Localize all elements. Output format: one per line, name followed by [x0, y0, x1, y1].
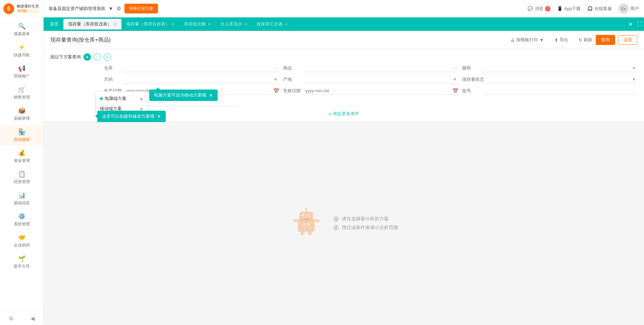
tab-batch-close[interactable]: ✕: [208, 22, 211, 26]
guide-icon: 🌱: [18, 255, 25, 262]
batch-no-input[interactable]: [482, 87, 637, 95]
tab-batch[interactable]: 库存批次账 ✕: [179, 19, 216, 30]
warehouse-ellipsis[interactable]: ···: [272, 65, 279, 71]
app-label: App下载: [564, 6, 581, 12]
sidebar-item-guide[interactable]: 🌱 新手引导: [0, 252, 43, 273]
expand-tabs-icon[interactable]: ⛶: [637, 21, 642, 27]
sidebar-item-purchase[interactable]: 📦 采购管理: [0, 104, 43, 125]
settings-btn[interactable]: 设置: [619, 35, 637, 45]
user-action[interactable]: Ea 用户: [619, 4, 639, 14]
size-input[interactable]: [124, 75, 271, 83]
operation-icon: 📋: [18, 170, 25, 178]
sidebar-item-collab[interactable]: 🤝 企业协同: [0, 230, 43, 252]
hint-num-1: 1: [333, 216, 339, 222]
tab-inventory-dist-close[interactable]: ✕: [172, 22, 175, 26]
expire-date-calendar-icon[interactable]: 📅: [452, 88, 458, 94]
close-all-tabs-icon[interactable]: ✕: [628, 21, 633, 28]
sidebar-item-basic[interactable]: 📊 基础信息: [0, 188, 43, 209]
tab-home[interactable]: 首页: [45, 19, 63, 30]
header-right: 💬 消息 9 📱 App下载 🎧 在线客服 Ea 用户: [528, 4, 639, 14]
sidebar-item-inventory[interactable]: 🏪 库存核算: [0, 125, 43, 146]
sidebar-item-label: 新手引导: [14, 264, 30, 269]
filter-row-2: 尺码 ▼ 产地 ▼ 现存量状态: [104, 75, 637, 84]
logo-text: 畅捷通好生意 标准版: [17, 4, 39, 13]
tab-collect-close[interactable]: ✕: [285, 22, 288, 26]
tab-inout-close[interactable]: ✕: [244, 22, 247, 26]
empty-hint-2: 2 用过滤条件来缩小分析范围: [333, 225, 398, 231]
tab-inventory-dist[interactable]: 现存量（库存分布表） ✕: [121, 19, 179, 30]
refresh-label: 刷新: [584, 37, 592, 43]
refresh-btn[interactable]: ↻ 刷新: [579, 37, 592, 43]
filter-area: 按以下方案查询 + ○ ← 电脑端方案 ▶ 移动端方案 ▶ 电脑方案可设为移动方…: [44, 49, 644, 121]
tab-collect[interactable]: 收发存汇总表 ✕: [252, 19, 292, 30]
filter-label: 按以下方案查询: [50, 54, 81, 60]
sidebar-item-system[interactable]: ⚙️ 系统管理: [0, 209, 43, 230]
stock-status-input[interactable]: [484, 75, 629, 83]
settings-bottom-icon[interactable]: ⚙: [9, 315, 13, 322]
scheme-pc-label: 电脑端方案: [105, 96, 126, 102]
system-selector[interactable]: ▼: [109, 6, 113, 11]
tab-inventory-status-close[interactable]: ✕: [114, 22, 117, 26]
tooltip-pc-close[interactable]: ✕: [209, 93, 213, 98]
message-label: 消息: [535, 6, 543, 12]
support-action[interactable]: 🎧 在线客服: [587, 6, 612, 12]
color-dropdown-arrow[interactable]: ▼: [631, 64, 637, 72]
sidebar-item-search[interactable]: 🔍 搜索菜单: [0, 19, 43, 40]
add-scheme-btn[interactable]: +: [84, 53, 91, 61]
sidebar-item-quick[interactable]: ⚡ 快捷导航: [0, 40, 43, 61]
sidebar-item-label: 销售管理: [14, 95, 30, 100]
collab-icon: 🤝: [18, 234, 25, 241]
expire-date-input[interactable]: [303, 87, 451, 95]
svg-rect-11: [308, 231, 312, 235]
back-scheme-btn[interactable]: ←: [104, 53, 111, 61]
tab-home-label: 首页: [50, 21, 59, 27]
color-label: 颜色: [462, 65, 482, 71]
sidebar-item-finance[interactable]: 💰 资金管理: [0, 146, 43, 167]
support-label: 在线客服: [594, 6, 612, 12]
stock-status-label: 现存量状态: [462, 76, 484, 83]
origin-input[interactable]: [303, 75, 450, 83]
sidebar-item-label: 采购管理: [14, 116, 30, 121]
svg-point-7: [305, 208, 307, 210]
app-icon: 📱: [557, 6, 562, 11]
collapse-arrow-icon: ∧: [328, 111, 332, 116]
goods-input[interactable]: [303, 64, 450, 72]
field-origin: 产地 ▼: [283, 75, 458, 84]
app-download-action[interactable]: 📱 App下载: [557, 6, 581, 12]
origin-dropdown-arrow[interactable]: ▼: [451, 76, 458, 83]
goods-ellipsis[interactable]: ···: [451, 65, 458, 71]
avatar-text: Ea: [621, 7, 626, 11]
stock-status-dropdown-arrow[interactable]: ▼: [631, 76, 637, 83]
color-input[interactable]: [482, 64, 629, 72]
warehouse-input[interactable]: [124, 64, 271, 72]
scheme-pc[interactable]: 电脑端方案 ▶: [96, 94, 147, 104]
collapse-sidebar-icon[interactable]: ◀: [31, 315, 35, 322]
tooltip-pc-text: 电脑方案可设为移动方案哦: [154, 92, 206, 98]
header-settings-icon[interactable]: ⚙: [116, 5, 121, 12]
action-sep1: |: [548, 38, 549, 43]
page-header: 现存量查询(按仓库+商品) 🖨 按模板打印 ▼ | ⬆ 导出 | ↻ 刷新 查询…: [44, 31, 644, 49]
tooltip-edit-close[interactable]: ✕: [157, 114, 161, 119]
field-batch-no: 批号: [462, 87, 637, 95]
field-warehouse: 仓库 ···: [104, 64, 279, 72]
content-area: 1 请先选择要分析的方案 2 用过滤条件来缩小分析范围: [44, 121, 644, 325]
purchase-icon: 📦: [18, 107, 25, 114]
edit-scheme-btn[interactable]: ○: [94, 53, 101, 61]
tab-inventory-status[interactable]: 现存量（库存状况表） ✕: [63, 19, 121, 30]
query-btn[interactable]: 查询: [596, 35, 615, 45]
tab-inout[interactable]: 出入库流水 ✕: [216, 19, 252, 30]
sidebar-item-sales[interactable]: 🛒 销售管理: [0, 83, 43, 104]
message-action[interactable]: 💬 消息 9: [528, 6, 550, 12]
size-label: 尺码: [104, 76, 124, 83]
produce-date-calendar-icon[interactable]: 📅: [273, 88, 279, 94]
field-color: 颜色 ▼: [462, 64, 637, 72]
marketing-icon: 📢: [18, 65, 25, 72]
size-dropdown-arrow[interactable]: ▼: [272, 76, 279, 83]
sidebar-item-operation[interactable]: 📋 经营管理: [0, 167, 43, 188]
collapse-label: 收起更多条件: [333, 111, 359, 117]
expire-date-wrap: 📅: [303, 87, 458, 95]
industry-btn[interactable]: 体验行业方案: [124, 4, 158, 13]
sidebar-item-marketing[interactable]: 📢 营销推广: [0, 61, 43, 83]
export-btn[interactable]: ⬆ 导出: [554, 37, 568, 43]
print-btn[interactable]: 🖨 按模板打印 ▼: [511, 37, 544, 43]
